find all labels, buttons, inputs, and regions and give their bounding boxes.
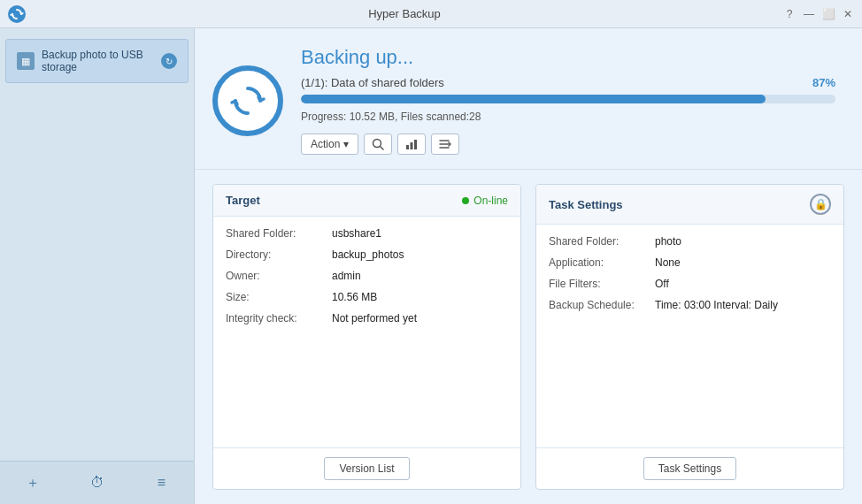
- file-filters-value: Off: [655, 278, 831, 290]
- task-panel-body: Shared Folder: photo Application: None F…: [536, 225, 843, 447]
- table-row: Size: 10.56 MB: [226, 291, 508, 303]
- lock-icon: 🔒: [810, 194, 831, 215]
- sidebar-items: ▦ Backup photo to USB storage ↻: [0, 28, 194, 461]
- search-icon: [372, 138, 384, 150]
- directory-value: backup_photos: [332, 248, 508, 261]
- minimize-button[interactable]: —: [802, 7, 816, 21]
- online-dot-icon: [462, 197, 469, 204]
- action-button[interactable]: Action ▾: [301, 134, 358, 155]
- size-value: 10.56 MB: [332, 291, 508, 303]
- shared-folder-value: usbshare1: [332, 227, 508, 240]
- sidebar-footer: ＋ ⏱ ≡: [0, 461, 194, 504]
- file-filters-label: File Filters:: [549, 278, 655, 290]
- task-shared-folder-value: photo: [655, 235, 831, 248]
- task-panel: Task Settings 🔒 Shared Folder: photo App…: [535, 184, 844, 490]
- target-panel: Target On-line Shared Folder: usbshare1 …: [212, 184, 521, 490]
- version-list-button[interactable]: Version List: [324, 457, 409, 480]
- status-info: Backing up... (1/1): Data of shared fold…: [301, 46, 835, 155]
- target-panel-footer: Version List: [213, 447, 520, 489]
- svg-line-2: [381, 147, 384, 150]
- svg-point-0: [8, 5, 26, 23]
- log-button[interactable]: ≡: [129, 467, 194, 499]
- add-icon: ＋: [26, 474, 40, 493]
- sidebar-item-backup-usb[interactable]: ▦ Backup photo to USB storage ↻: [5, 39, 189, 83]
- add-button[interactable]: ＋: [0, 467, 65, 499]
- help-button[interactable]: ?: [782, 7, 797, 21]
- task-settings-button[interactable]: Task Settings: [643, 457, 736, 480]
- progress-bar-fill: [301, 95, 766, 103]
- shared-folder-label: Shared Folder:: [226, 227, 332, 240]
- task-panel-footer: Task Settings: [536, 447, 843, 489]
- sidebar: ▦ Backup photo to USB storage ↻ ＋ ⏱ ≡: [0, 28, 195, 504]
- close-button[interactable]: ✕: [841, 7, 855, 21]
- action-label: Action: [311, 138, 340, 150]
- target-panel-body: Shared Folder: usbshare1 Directory: back…: [213, 217, 520, 447]
- target-panel-header: Target On-line: [213, 185, 520, 217]
- history-icon: ⏱: [90, 475, 104, 491]
- table-row: Directory: backup_photos: [226, 248, 508, 261]
- app-icon: [7, 4, 27, 24]
- menu-button[interactable]: [431, 134, 459, 155]
- app-title: Hyper Backup: [27, 7, 782, 20]
- menu-icon: [439, 138, 451, 150]
- integrity-label: Integrity check:: [226, 312, 332, 325]
- backing-up-title: Backing up...: [301, 46, 835, 69]
- search-button[interactable]: [364, 134, 392, 155]
- progress-bar-track: [301, 95, 835, 103]
- online-badge: On-line: [462, 195, 508, 207]
- history-button[interactable]: ⏱: [65, 467, 129, 499]
- progress-percent: 87%: [812, 76, 835, 89]
- svg-rect-4: [411, 142, 413, 149]
- task-shared-folder-label: Shared Folder:: [549, 235, 655, 248]
- chart-icon: [405, 138, 418, 150]
- backup-schedule-label: Backup Schedule:: [549, 299, 655, 311]
- title-bar-left: [7, 4, 27, 24]
- progress-label-row: (1/1): Data of shared folders 87%: [301, 76, 835, 89]
- progress-details: Progress: 10.52 MB, Files scanned:28: [301, 111, 835, 123]
- owner-label: Owner:: [226, 270, 332, 282]
- sidebar-item-label: Backup photo to USB storage: [42, 49, 154, 73]
- info-panels: Target On-line Shared Folder: usbshare1 …: [195, 170, 862, 504]
- size-label: Size:: [226, 291, 332, 303]
- backup-icon-circle: [212, 65, 283, 136]
- target-panel-title: Target: [226, 194, 260, 207]
- content-area: Backing up... (1/1): Data of shared fold…: [195, 28, 862, 504]
- table-row: File Filters: Off: [549, 278, 831, 290]
- table-row: Backup Schedule: Time: 03:00 Interval: D…: [549, 299, 831, 311]
- table-row: Shared Folder: photo: [549, 235, 831, 248]
- table-row: Application: None: [549, 256, 831, 269]
- refresh-icon[interactable]: ↻: [161, 53, 177, 69]
- backup-schedule-value: Time: 03:00 Interval: Daily: [655, 299, 831, 311]
- title-bar: Hyper Backup ? — ⬜ ✕: [0, 0, 862, 28]
- backup-item-icon: ▦: [17, 52, 35, 70]
- integrity-value: Not performed yet: [332, 312, 508, 325]
- sync-icon: [227, 80, 269, 122]
- task-panel-title: Task Settings: [549, 198, 623, 211]
- window-controls: ? — ⬜ ✕: [782, 7, 855, 21]
- status-section: Backing up... (1/1): Data of shared fold…: [195, 28, 862, 170]
- progress-label: (1/1): Data of shared folders: [301, 76, 444, 89]
- action-dropdown-icon: ▾: [343, 138, 349, 150]
- task-panel-header: Task Settings 🔒: [536, 185, 843, 225]
- table-row: Owner: admin: [226, 270, 508, 282]
- table-row: Shared Folder: usbshare1: [226, 227, 508, 240]
- svg-rect-3: [406, 145, 409, 149]
- application-label: Application:: [549, 256, 655, 269]
- owner-value: admin: [332, 270, 508, 282]
- log-icon: ≡: [158, 475, 165, 491]
- chart-button[interactable]: [397, 134, 426, 155]
- restore-button[interactable]: ⬜: [821, 7, 835, 21]
- toolbar-row: Action ▾: [301, 134, 835, 155]
- table-row: Integrity check: Not performed yet: [226, 312, 508, 325]
- directory-label: Directory:: [226, 248, 332, 261]
- online-label: On-line: [473, 195, 508, 207]
- application-value: None: [655, 256, 831, 269]
- main-layout: ▦ Backup photo to USB storage ↻ ＋ ⏱ ≡: [0, 28, 862, 504]
- svg-rect-5: [414, 140, 417, 149]
